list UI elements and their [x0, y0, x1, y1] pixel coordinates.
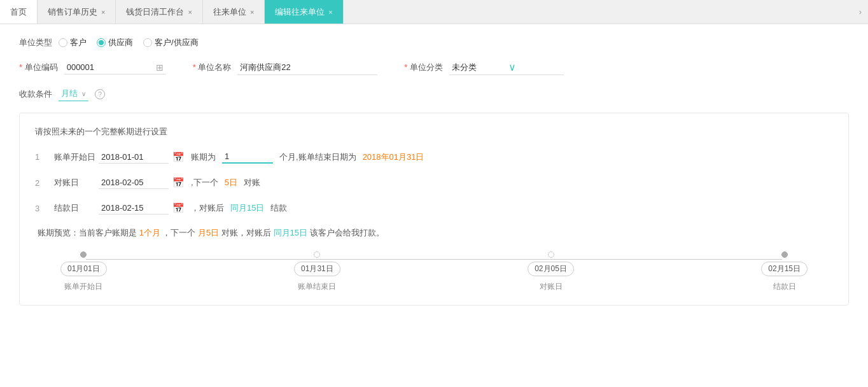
step-3-label: 结款日 — [54, 202, 92, 214]
preview-orange2: 月5日 — [198, 228, 219, 237]
radio-circle-customer — [59, 38, 67, 47]
chevron-down-icon-payment: ∨ — [81, 90, 86, 97]
radio-customer[interactable]: 客户 — [59, 37, 87, 48]
timeline-dot-3 — [781, 251, 788, 258]
step-2-num: 2 — [35, 178, 48, 188]
payment-condition-label: 收款条件 — [19, 88, 52, 100]
tab-home[interactable]: 首页 — [0, 0, 38, 24]
timeline-items: 01月01日 账单开始日 01月31日 账单结束日 02月05日 对账日 — [60, 251, 808, 292]
tab-partner[interactable]: 往来单位 × — [203, 0, 265, 24]
step-3-date-input[interactable] — [99, 202, 169, 215]
unit-code-field: ⊞ — [64, 61, 166, 74]
timeline-badge-3: 02月15日 — [761, 262, 808, 276]
step-1-mid-text: 账期为 — [191, 151, 216, 163]
tab-edit-partner[interactable]: 编辑往来单位 × — [265, 0, 343, 24]
step-3-date-group: 📅 — [99, 202, 185, 215]
tab-cash-work[interactable]: 钱货日清工作台 × — [116, 0, 202, 24]
unit-type-row: 单位类型 客户 供应商 客户/供应商 — [19, 37, 849, 48]
step-3-num: 3 — [35, 204, 48, 213]
close-tab-sales-order[interactable]: × — [101, 8, 105, 16]
step-1-row: 1 账单开始日 📅 账期为 个月,账单结束日期为 2018年01月31日 — [35, 150, 833, 164]
calendar-icon-3[interactable]: 📅 — [172, 202, 185, 214]
step-1-highlight: 2018年01月31日 — [363, 151, 424, 163]
step-2-desc-suffix: 对账 — [244, 177, 260, 188]
unit-name-label: 单位名称 — [193, 62, 232, 73]
unit-code-label: 单位编码 — [19, 62, 58, 73]
step-1-date-group: 📅 — [99, 151, 185, 164]
step-1-date-input[interactable] — [99, 151, 169, 164]
close-tab-edit-partner[interactable]: × — [328, 8, 332, 16]
timeline-container: 01月01日 账单开始日 01月31日 账单结束日 02月05日 对账日 — [35, 251, 833, 292]
unit-code-icon[interactable]: ⊞ — [156, 62, 164, 73]
radio-supplier[interactable]: 供应商 — [97, 37, 133, 48]
timeline-label-2: 对账日 — [540, 281, 563, 292]
step-3-desc-prefix: ，对账后 — [191, 202, 224, 214]
chevron-down-icon: ∨ — [508, 61, 561, 73]
period-input[interactable] — [222, 150, 273, 164]
timeline-dot-0 — [80, 251, 87, 258]
timeline-dot-2 — [548, 251, 554, 258]
step-3-desc-suffix: 结款 — [270, 202, 287, 214]
unit-type-label: 单位类型 — [19, 37, 52, 48]
payment-condition-row: 收款条件 月结 ∨ ? — [19, 87, 849, 101]
step-2-date-group: 📅 — [99, 176, 185, 189]
timeline-badge-2: 02月05日 — [528, 262, 574, 276]
radio-circle-supplier — [97, 38, 106, 47]
preview-text: 账期预览：当前客户账期是 1个月 ，下一个 月5日 对账，对账后 同月15日 该… — [35, 227, 833, 239]
timeline-badge-1: 01月31日 — [294, 262, 340, 276]
card-instruction: 请按照未来的一个完整帐期进行设置 — [35, 126, 833, 137]
timeline-label-1: 账单结束日 — [298, 281, 336, 292]
tab-sales-order[interactable]: 销售订单历史 × — [38, 0, 116, 24]
timeline-item-2: 02月05日 对账日 — [528, 251, 574, 292]
unit-category-label: 单位分类 — [404, 62, 443, 73]
calendar-icon-2[interactable]: 📅 — [172, 177, 185, 188]
payment-condition-select[interactable]: 月结 ∨ — [59, 87, 88, 101]
unit-type-radio-group: 客户 供应商 客户/供应商 — [59, 37, 199, 48]
timeline-dot-1 — [314, 251, 320, 258]
preview-orange1: 1个月 — [139, 228, 160, 237]
timeline-label-0: 账单开始日 — [64, 281, 102, 292]
close-tab-cash-work[interactable]: × — [188, 8, 192, 16]
timeline-badge-0: 01月01日 — [60, 262, 107, 276]
step-2-date-input[interactable] — [99, 176, 169, 189]
unit-info-row: 单位编码 ⊞ 单位名称 单位分类 未分类 ∨ — [19, 60, 849, 75]
radio-both[interactable]: 客户/供应商 — [143, 37, 199, 48]
step-2-label: 对账日 — [54, 177, 92, 188]
timeline-item-3: 02月15日 结款日 — [761, 251, 808, 292]
preview-cyan: 同月15日 — [274, 228, 307, 237]
step-1-num: 1 — [35, 152, 48, 162]
timeline-item-1: 01月31日 账单结束日 — [294, 251, 340, 292]
step-3-highlight: 同月15日 — [230, 202, 264, 214]
step-2-row: 2 对账日 📅 ,下一个 5日 对账 — [35, 176, 833, 189]
unit-name-input[interactable] — [237, 60, 377, 75]
unit-category-select[interactable]: 未分类 ∨ — [449, 60, 564, 75]
timeline-label-3: 结款日 — [773, 281, 796, 292]
step-3-row: 3 结款日 📅 ，对账后 同月15日 结款 — [35, 202, 833, 215]
step-2-desc-prefix: ,下一个 — [191, 177, 218, 188]
timeline-item-0: 01月01日 账单开始日 — [60, 251, 107, 292]
calendar-icon-1[interactable]: 📅 — [172, 151, 185, 163]
unit-code-input[interactable] — [67, 62, 156, 72]
step-1-end-text: 个月,账单结束日期为 — [279, 151, 356, 163]
help-icon[interactable]: ? — [95, 89, 105, 99]
step-2-highlight: 5日 — [225, 177, 237, 188]
radio-circle-both — [143, 38, 152, 47]
step-1-label: 账单开始日 — [54, 151, 92, 163]
main-content: 单位类型 客户 供应商 客户/供应商 单位编码 ⊞ 单位名称 单位分类 — [0, 24, 868, 387]
tabs-bar: 首页 销售订单历史 × 钱货日清工作台 × 往来单位 × 编辑往来单位 × › — [0, 0, 868, 24]
tabs-more-arrow[interactable]: › — [853, 0, 868, 24]
close-tab-partner[interactable]: × — [250, 8, 254, 16]
period-settings-card: 请按照未来的一个完整帐期进行设置 1 账单开始日 📅 账期为 个月,账单结束日期… — [19, 113, 849, 306]
